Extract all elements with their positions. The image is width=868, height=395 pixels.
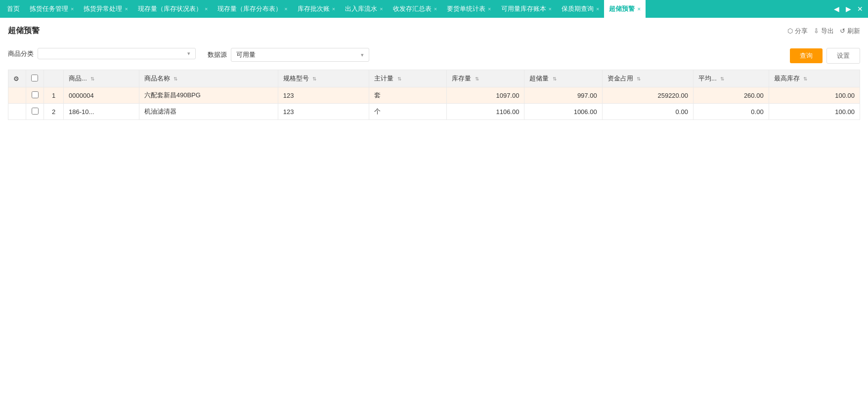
export-icon: ⇩: [814, 27, 819, 35]
col-header-unit[interactable]: 主计量 ⇅: [369, 70, 447, 87]
nav-close-inventory-status[interactable]: ×: [205, 6, 208, 12]
row2-spec: 123: [278, 104, 369, 120]
nav-close-abnormal[interactable]: ×: [125, 6, 128, 12]
nav-close-all-arrow[interactable]: ✕: [854, 0, 866, 18]
col-header-overstock[interactable]: 超储量 ⇅: [524, 70, 602, 87]
filters-container: 商品分类 ▾ 数据源 可用量 ▾ 查询 设置: [8, 44, 860, 68]
col-header-index: [44, 70, 64, 87]
export-label: 导出: [821, 27, 834, 36]
nav-close-batch-account[interactable]: ×: [332, 6, 335, 12]
nav-prev-arrow[interactable]: ◀: [830, 0, 842, 18]
nav-item-inout-flow-label: 出入库流水: [345, 4, 377, 13]
nav-item-task-mgmt-label: 拣货任务管理: [30, 4, 68, 13]
row2-product-name: 机油滤清器: [139, 104, 278, 120]
sort-inventory-icon: ⇅: [475, 76, 479, 81]
col-header-spec[interactable]: 规格型号 ⇅: [278, 70, 369, 87]
share-button[interactable]: ⬡ 分享: [787, 27, 808, 36]
col-header-settings[interactable]: ⚙: [8, 70, 26, 87]
nav-item-order-stats-label: 要货单统计表: [447, 4, 485, 13]
nav-item-collect-summary[interactable]: 收发存汇总表 ×: [388, 0, 442, 18]
sort-max-stock-icon: ⇅: [803, 76, 807, 81]
nav-item-batch-account[interactable]: 库存批次账 ×: [293, 0, 340, 18]
table-row: 1 0000004 六配套新昌490BPG 123 套 1097.00 997.…: [8, 87, 860, 104]
nav-item-home-label: 首页: [7, 4, 20, 13]
nav-close-available-account[interactable]: ×: [549, 6, 552, 12]
sort-product-name-icon: ⇅: [174, 76, 177, 81]
col-header-max-stock[interactable]: 最高库存 ⇅: [769, 70, 860, 87]
row1-product-code: 0000004: [64, 87, 139, 104]
row1-overstock: 997.00: [524, 87, 602, 104]
nav-item-home[interactable]: 首页: [2, 0, 25, 18]
datasource-filter-group: 数据源 可用量 ▾: [208, 48, 369, 62]
nav-item-abnormal-label: 拣货异常处理: [84, 4, 122, 13]
nav-close-expiry-check[interactable]: ×: [596, 6, 599, 12]
nav-item-expiry-check[interactable]: 保质期查询 ×: [557, 0, 604, 18]
nav-item-expiry-check-label: 保质期查询: [562, 4, 594, 13]
col-capital-label: 资金占用: [608, 75, 633, 82]
col-header-product-name[interactable]: 商品名称 ⇅: [139, 70, 278, 87]
nav-item-order-stats[interactable]: 要货单统计表 ×: [442, 0, 496, 18]
nav-item-available-account[interactable]: 可用量库存账本 ×: [496, 0, 557, 18]
sort-capital-icon: ⇅: [637, 76, 641, 81]
sort-unit-icon: ⇅: [397, 76, 401, 81]
share-label: 分享: [795, 27, 808, 36]
refresh-button[interactable]: ↺ 刷新: [840, 27, 860, 36]
col-header-product-code[interactable]: 商品... ⇅: [64, 70, 139, 87]
query-button[interactable]: 查询: [790, 48, 823, 63]
row2-settings-cell: [8, 104, 26, 120]
col-avg-label: 平均...: [698, 75, 717, 82]
nav-close-collect-summary[interactable]: ×: [434, 6, 437, 12]
col-inventory-label: 库存量: [452, 75, 471, 82]
page-content: 超储预警 ⬡ 分享 ⇩ 导出 ↺ 刷新 商品分类 ▾: [0, 18, 868, 395]
row1-checkbox[interactable]: [32, 91, 39, 98]
col-spec-label: 规格型号: [283, 75, 309, 82]
sort-avg-icon: ⇅: [720, 76, 724, 81]
row2-checkbox-cell: [26, 104, 44, 120]
row1-max-stock: 100.00: [769, 87, 860, 104]
refresh-label: 刷新: [847, 27, 860, 36]
row2-inventory: 1106.00: [447, 104, 524, 120]
category-select[interactable]: ▾: [38, 48, 196, 59]
nav-item-overstock[interactable]: 超储预警 ×: [604, 0, 645, 18]
nav-item-available-account-label: 可用量库存账本: [501, 4, 546, 13]
refresh-icon: ↺: [840, 27, 845, 35]
nav-close-overstock[interactable]: ×: [637, 6, 640, 12]
nav-close-inventory-dist[interactable]: ×: [284, 6, 287, 12]
nav-item-inventory-dist-label: 现存量（库存分布表）: [217, 4, 282, 13]
settings-button[interactable]: 设置: [826, 48, 860, 64]
col-header-capital[interactable]: 资金占用 ⇅: [602, 70, 693, 87]
row2-index: 2: [44, 104, 64, 120]
nav-item-inventory-dist[interactable]: 现存量（库存分布表） ×: [213, 0, 292, 18]
nav-close-order-stats[interactable]: ×: [488, 6, 491, 12]
row2-avg: 0.00: [693, 104, 769, 120]
row2-overstock: 1006.00: [524, 104, 602, 120]
row1-checkbox-cell: [26, 87, 44, 104]
col-header-inventory[interactable]: 库存量 ⇅: [447, 70, 524, 87]
nav-close-task-mgmt[interactable]: ×: [71, 6, 74, 12]
sort-product-code-icon: ⇅: [90, 76, 94, 81]
datasource-select[interactable]: 可用量 ▾: [231, 48, 369, 62]
nav-item-overstock-label: 超储预警: [609, 4, 635, 13]
table-header: ⚙ 商品... ⇅ 商品名称 ⇅ 规格型号 ⇅: [8, 70, 860, 87]
row1-capital: 259220.00: [602, 87, 693, 104]
page-header: 超储预警 ⬡ 分享 ⇩ 导出 ↺ 刷新: [8, 26, 860, 36]
nav-item-inventory-status[interactable]: 现存量（库存状况表） ×: [133, 0, 213, 18]
export-button[interactable]: ⇩ 导出: [814, 27, 834, 36]
nav-item-task-mgmt[interactable]: 拣货任务管理 ×: [25, 0, 79, 18]
col-unit-label: 主计量: [374, 75, 393, 82]
row1-index: 1: [44, 87, 64, 104]
datasource-filter-label: 数据源: [208, 50, 227, 59]
col-header-avg[interactable]: 平均... ⇅: [693, 70, 769, 87]
select-all-checkbox[interactable]: [31, 75, 38, 81]
nav-close-inout-flow[interactable]: ×: [380, 6, 383, 12]
sort-spec-icon: ⇅: [312, 76, 316, 81]
row2-checkbox[interactable]: [32, 108, 39, 115]
datasource-chevron-icon: ▾: [361, 52, 364, 58]
col-header-checkbox[interactable]: [26, 70, 44, 87]
nav-item-inout-flow[interactable]: 出入库流水 ×: [340, 0, 388, 18]
nav-next-arrow[interactable]: ▶: [842, 0, 854, 18]
row2-max-stock: 100.00: [769, 104, 860, 120]
nav-item-inventory-status-label: 现存量（库存状况表）: [138, 4, 202, 13]
header-actions: ⬡ 分享 ⇩ 导出 ↺ 刷新: [787, 27, 860, 36]
nav-item-abnormal[interactable]: 拣货异常处理 ×: [79, 0, 132, 18]
